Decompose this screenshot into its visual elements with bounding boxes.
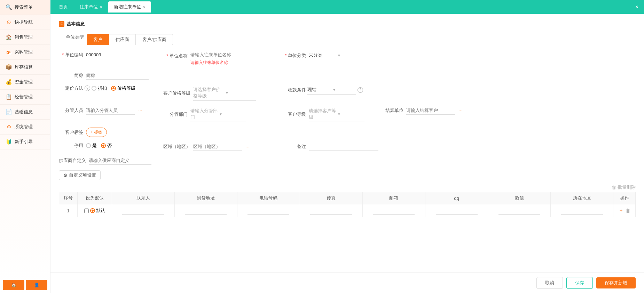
batch-delete-label[interactable]: 批量删除	[618, 184, 636, 190]
payment-terms-label: 收款条件	[282, 87, 306, 93]
unit-name-group: 单位名称 请输入往来单位名称	[163, 51, 282, 66]
sidebar-item-purchase[interactable]: 🛍 采购管理	[0, 45, 50, 60]
add-tag-btn[interactable]: + 标签	[86, 128, 107, 137]
sidebar-item-operations[interactable]: 📋 经营管理	[0, 90, 50, 105]
address-input[interactable]	[185, 206, 227, 215]
short-name-group: 简称	[59, 71, 163, 80]
sidebar-item-sales[interactable]: 🏠 销售管理	[0, 30, 50, 45]
disabled-radio-group: 是 否	[86, 143, 112, 149]
window-close-btn[interactable]: ×	[633, 4, 641, 10]
unit-btn-supplier[interactable]: 供应商	[109, 34, 136, 45]
customer-level-select[interactable]: 请选择客户等级 ▼	[309, 106, 364, 122]
unit-name-input[interactable]	[190, 51, 253, 59]
sidebar-item-label: 系统管理	[15, 124, 33, 130]
col-actions: 操作	[613, 192, 636, 204]
tab-close-new-partner[interactable]: ×	[143, 5, 145, 9]
cell-contact[interactable]	[112, 204, 174, 217]
radio-disabled-yes-circle	[86, 143, 91, 148]
sidebar: 🔍 搜索菜单 ⊙ 快捷导航 🏠 销售管理 🛍 采购管理 📦 库存核算 💰 资金管…	[0, 0, 50, 293]
main-area: 首页 往来单位 × 新增往来单位 × × F 基本信息 单位类型 客户 供应商 …	[50, 0, 644, 293]
phone-input[interactable]	[248, 206, 289, 215]
settlement-ellipsis-btn[interactable]: ···	[458, 108, 463, 113]
radio-disabled-no[interactable]: 否	[101, 143, 112, 149]
chevron-down-icon: ▼	[225, 91, 256, 95]
short-name-input[interactable]	[86, 71, 149, 80]
pricing-help-icon[interactable]: ?	[85, 86, 90, 91]
custom-settings-label: 自定义项设置	[69, 172, 96, 178]
row-checkbox[interactable]	[84, 209, 89, 213]
add-row-icon[interactable]: ＋	[619, 207, 623, 214]
unit-btn-customer[interactable]: 客户	[87, 34, 109, 45]
manager-input[interactable]	[86, 106, 135, 115]
disabled-group: 停用 是 否	[59, 143, 163, 149]
remark-input[interactable]	[309, 143, 378, 151]
payment-terms-select[interactable]: 现结 ▼	[307, 85, 356, 95]
pricing-row: 定价方法 ? 折扣 价格等级 客户价格等级 请选择客户价格等级	[59, 85, 636, 101]
unit-code-group: 单位编码	[59, 51, 163, 59]
region-ellipsis-btn[interactable]: ···	[245, 144, 250, 149]
unit-btn-both[interactable]: 客户/供应商	[136, 34, 173, 45]
sidebar-item-search[interactable]: 🔍 搜索菜单	[0, 0, 50, 15]
customer-price-level-select[interactable]: 请选择客户价格等级 ▼	[193, 85, 256, 101]
sidebar-item-finance[interactable]: 💰 资金管理	[0, 75, 50, 90]
save-button[interactable]: 保存	[566, 277, 593, 289]
tab-home[interactable]: 首页	[53, 1, 73, 13]
supplier-custom-input[interactable]	[89, 156, 151, 165]
cell-wechat[interactable]	[488, 204, 551, 217]
default-radio-group: 默认	[90, 207, 105, 214]
sidebar-item-guide[interactable]: 🔰 新手引导	[0, 135, 50, 149]
cell-region[interactable]	[551, 204, 613, 217]
pricing-radio-group: 折扣 价格等级	[92, 85, 135, 91]
region-input[interactable]	[193, 143, 242, 151]
default-radio[interactable]	[90, 208, 95, 213]
cell-email[interactable]	[362, 204, 425, 217]
sidebar-item-system[interactable]: ⚙ 系统管理	[0, 120, 50, 135]
customer-tag-row: 客户标签 + 标签	[59, 128, 636, 137]
payment-help-icon[interactable]: ?	[358, 87, 363, 93]
disabled-row: 停用 是 否 区域（地区） ···	[59, 143, 636, 151]
custom-settings-btn[interactable]: ⚙ 自定义项设置	[59, 170, 101, 180]
sidebar-item-label: 资金管理	[15, 79, 33, 85]
radio-price-level[interactable]: 价格等级	[111, 85, 135, 91]
qq-input[interactable]	[436, 206, 478, 215]
settlement-unit-input[interactable]	[406, 106, 455, 115]
tab-label: 往来单位	[80, 4, 98, 10]
cell-fax[interactable]	[300, 204, 362, 217]
radio-discount-label: 折扣	[98, 85, 107, 91]
radio-discount[interactable]: 折扣	[92, 85, 107, 91]
delete-row-icon[interactable]: 🗑	[626, 208, 630, 213]
tab-new-partner[interactable]: 新增往来单位 ×	[108, 1, 151, 13]
department-placeholder: 请输入分管部门	[190, 108, 218, 120]
region-label: 区域（地区）	[163, 144, 190, 150]
contact-input[interactable]	[122, 206, 164, 215]
cell-phone[interactable]	[237, 204, 300, 217]
fax-input[interactable]	[310, 206, 352, 215]
unit-code-input[interactable]	[86, 51, 149, 59]
email-input[interactable]	[373, 206, 415, 215]
sidebar-item-inventory[interactable]: 📦 库存核算	[0, 60, 50, 75]
cancel-button[interactable]: 取消	[536, 277, 563, 289]
tab-close-partner[interactable]: ×	[100, 5, 102, 9]
customer-level-label: 客户等级	[282, 111, 306, 117]
save-new-button[interactable]: 保存并新增	[596, 277, 636, 288]
cell-address[interactable]	[174, 204, 237, 217]
table-row: 1 默认	[59, 204, 636, 217]
unit-category-select[interactable]: 未分类 ▼	[309, 51, 364, 60]
purchase-icon: 🛍	[6, 49, 12, 55]
sidebar-user-btn[interactable]: 👤	[26, 280, 47, 290]
region-table-input[interactable]	[561, 206, 603, 215]
cell-qq[interactable]	[425, 204, 488, 217]
sidebar-home-btn[interactable]: 🏠	[3, 280, 24, 290]
contact-table-wrap: 序号 设为默认 联系人 到货地址 电话号码 传真 邮箱 qq 微信 所在地区 操…	[59, 192, 636, 217]
manager-ellipsis-btn[interactable]: ···	[138, 108, 143, 113]
sidebar-item-basic-info[interactable]: 📄 基础信息	[0, 105, 50, 120]
section-title: F 基本信息	[59, 21, 636, 27]
tab-partner[interactable]: 往来单位 ×	[74, 1, 108, 13]
system-icon: ⚙	[6, 124, 12, 130]
radio-disabled-yes[interactable]: 是	[86, 143, 97, 149]
chevron-down-icon: ▼	[219, 112, 246, 116]
department-select[interactable]: 请输入分管部门 ▼	[190, 106, 246, 122]
manager-row: 分管人员 ··· 分管部门 请输入分管部门 ▼ 客户等级 请选择客户等级 ▼	[59, 106, 636, 122]
wechat-input[interactable]	[498, 206, 540, 215]
sidebar-item-quick-nav[interactable]: ⊙ 快捷导航	[0, 15, 50, 30]
